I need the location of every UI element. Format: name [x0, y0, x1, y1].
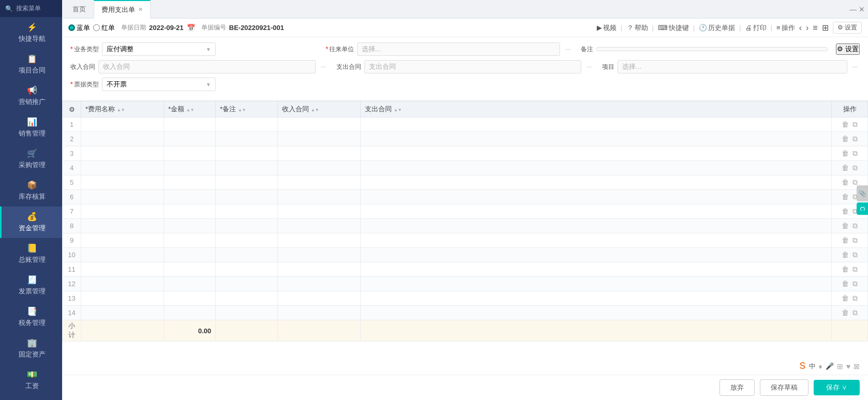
- save-draft-button[interactable]: 保存草稿: [760, 379, 808, 396]
- sidebar-item-sales[interactable]: 📊 销售管理: [0, 112, 62, 143]
- window-minimize-icon[interactable]: —: [849, 5, 857, 13]
- cell-amount[interactable]: [164, 306, 216, 320]
- copy-icon[interactable]: ⧉: [852, 149, 858, 157]
- cell-name[interactable]: [81, 219, 164, 233]
- tab-close-icon[interactable]: ✕: [138, 6, 143, 13]
- cell-expense-contract[interactable]: [361, 233, 832, 248]
- table-row[interactable]: 5 🗑 ⧉: [63, 175, 868, 190]
- cell-expense-contract[interactable]: [361, 291, 832, 306]
- cell-expense-contract[interactable]: [361, 175, 832, 190]
- delete-icon[interactable]: 🗑: [842, 250, 849, 259]
- cell-name[interactable]: [81, 291, 164, 306]
- cell-amount[interactable]: [164, 233, 216, 248]
- diamond-icon[interactable]: ♦: [819, 362, 822, 371]
- sidebar-item-purchase[interactable]: 🛒 采购管理: [0, 143, 62, 175]
- cell-note[interactable]: [216, 117, 278, 132]
- delete-icon[interactable]: 🗑: [842, 279, 849, 288]
- grid-icon[interactable]: ⊞: [837, 362, 843, 371]
- sidebar-item-invoice[interactable]: 🧾 发票管理: [0, 270, 62, 301]
- cell-name[interactable]: [81, 277, 164, 291]
- cell-note[interactable]: [216, 262, 278, 277]
- col-name[interactable]: *费用名称 ▲▼: [81, 101, 164, 117]
- table-row[interactable]: 1 🗑 ⧉: [63, 117, 868, 132]
- cell-income-contract[interactable]: [278, 161, 361, 175]
- cell-name[interactable]: [81, 117, 164, 132]
- cell-income-contract[interactable]: [278, 219, 361, 233]
- cell-note[interactable]: [216, 190, 278, 204]
- copy-icon[interactable]: ⧉: [852, 294, 858, 302]
- col-note[interactable]: *备注 ▲▼: [216, 101, 278, 117]
- expense-contract-dots[interactable]: ···: [584, 63, 594, 70]
- discard-button[interactable]: 放弃: [719, 379, 755, 396]
- cell-income-contract[interactable]: [278, 248, 361, 262]
- table-row[interactable]: 2 🗑 ⧉: [63, 132, 868, 146]
- counterpart-dots[interactable]: ···: [563, 46, 572, 53]
- cell-name[interactable]: [81, 233, 164, 248]
- delete-icon[interactable]: 🗑: [842, 192, 849, 201]
- table-row[interactable]: 12 🗑 ⧉: [63, 277, 868, 291]
- view-list-icon[interactable]: ≡: [813, 23, 817, 33]
- cell-amount[interactable]: [164, 190, 216, 204]
- income-contract-input[interactable]: 收入合同: [98, 60, 316, 73]
- cell-name[interactable]: [81, 175, 164, 190]
- col-expense-contract[interactable]: 支出合同 ▲▼: [361, 101, 832, 117]
- delete-icon[interactable]: 🗑: [842, 120, 849, 128]
- expense-contract-input[interactable]: 支出合同: [364, 60, 582, 73]
- delete-icon[interactable]: 🗑: [842, 265, 849, 273]
- table-row[interactable]: 11 🗑 ⧉: [63, 262, 868, 277]
- cell-amount[interactable]: [164, 117, 216, 132]
- copy-icon[interactable]: ⧉: [852, 120, 858, 128]
- video-btn[interactable]: ▶ 视频: [597, 23, 616, 33]
- cell-note[interactable]: [216, 306, 278, 320]
- sidebar-item-tax[interactable]: 📑 税务管理: [0, 301, 62, 333]
- col-income-contract[interactable]: 收入合同 ▲▼: [278, 101, 361, 117]
- cell-expense-contract[interactable]: [361, 117, 832, 132]
- business-type-select[interactable]: 应付调整 ▼: [102, 42, 216, 56]
- right-tab-green[interactable]: C: [857, 202, 868, 215]
- cell-name[interactable]: [81, 262, 164, 277]
- set-button-top-right[interactable]: ⚙ 设置: [836, 43, 860, 55]
- cell-expense-contract[interactable]: [361, 262, 832, 277]
- invoice-type-select[interactable]: 不开票 ▼: [102, 78, 216, 91]
- ops-btn[interactable]: ≡ 操作: [776, 23, 795, 33]
- nav-prev-btn[interactable]: ‹: [799, 23, 802, 33]
- cell-name[interactable]: [81, 204, 164, 219]
- copy-icon[interactable]: ⧉: [852, 265, 858, 273]
- table-row[interactable]: 6 🗑 ⧉: [63, 190, 868, 204]
- cell-note[interactable]: [216, 175, 278, 190]
- table-row[interactable]: 7 🗑 ⧉: [63, 204, 868, 219]
- copy-icon[interactable]: ⧉: [852, 135, 858, 143]
- copy-icon[interactable]: ⧉: [852, 279, 858, 288]
- cell-expense-contract[interactable]: [361, 277, 832, 291]
- blue-bill-radio[interactable]: 蓝单: [68, 23, 90, 33]
- cell-income-contract[interactable]: [278, 175, 361, 190]
- delete-icon[interactable]: 🗑: [842, 135, 849, 143]
- delete-icon[interactable]: 🗑: [842, 221, 849, 230]
- close-box-icon[interactable]: ⊠: [854, 362, 860, 371]
- cell-income-contract[interactable]: [278, 233, 361, 248]
- cell-amount[interactable]: [164, 291, 216, 306]
- sort-arrows-amount[interactable]: ▲▼: [186, 108, 195, 112]
- cell-expense-contract[interactable]: [361, 190, 832, 204]
- sort-arrows-name[interactable]: ▲▼: [117, 108, 125, 112]
- copy-icon[interactable]: ⧉: [852, 236, 858, 244]
- sidebar-item-inventory[interactable]: 📦 库存核算: [0, 175, 62, 206]
- sort-arrows-note[interactable]: ▲▼: [238, 108, 246, 112]
- cell-name[interactable]: [81, 132, 164, 146]
- cell-name[interactable]: [81, 146, 164, 161]
- col-amount[interactable]: *金额 ▲▼: [164, 101, 216, 117]
- sidebar-item-accounting[interactable]: 📒 总账管理: [0, 238, 62, 270]
- cell-amount[interactable]: [164, 146, 216, 161]
- mic-icon[interactable]: 🎤: [826, 362, 834, 370]
- cell-expense-contract[interactable]: [361, 161, 832, 175]
- sidebar-item-marketing[interactable]: 📢 营销推广: [0, 80, 62, 112]
- save-button[interactable]: 保存 ∨: [814, 380, 860, 395]
- cell-amount[interactable]: [164, 277, 216, 291]
- col-settings[interactable]: ⚙: [63, 101, 81, 117]
- delete-icon[interactable]: 🗑: [842, 236, 849, 244]
- cell-income-contract[interactable]: [278, 117, 361, 132]
- right-tab-attachment[interactable]: 📎: [857, 185, 868, 201]
- cell-note[interactable]: [216, 248, 278, 262]
- cell-name[interactable]: [81, 306, 164, 320]
- cell-amount[interactable]: [164, 219, 216, 233]
